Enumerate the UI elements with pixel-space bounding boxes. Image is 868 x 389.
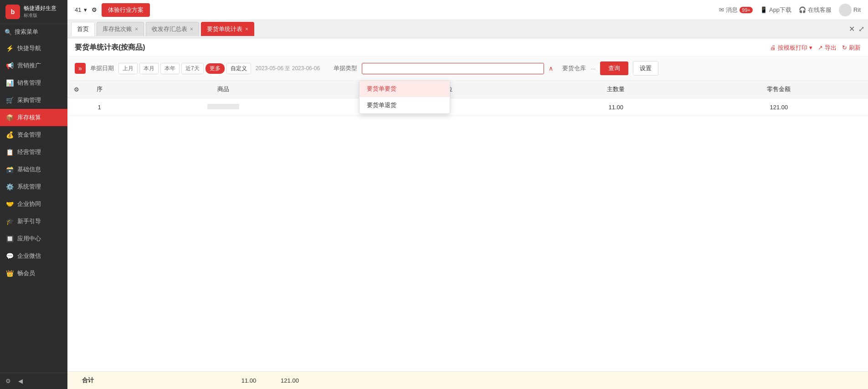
refresh-label: 刷新 (849, 44, 861, 52)
settings-icon[interactable]: ⚙ (5, 378, 11, 384)
this-month-btn[interactable]: 本月 (139, 63, 159, 74)
dropdown-option-1[interactable]: 要货单退货 (360, 97, 450, 113)
tab-inventory-batch-close[interactable]: × (135, 26, 138, 32)
tab-inventory-batch[interactable]: 库存批次账 × (97, 22, 144, 36)
last-7-days-btn[interactable]: 近7天 (181, 63, 204, 74)
sidebar-item-label-inventory: 库存核算 (17, 113, 41, 122)
sidebar-logo: b 畅捷通好生意 标准版 (0, 0, 67, 24)
sidebar-item-label-member: 畅会员 (17, 269, 35, 277)
tab-requisition-stats[interactable]: 要货单统计表 × (201, 22, 254, 36)
tab-receivable-close[interactable]: × (190, 26, 193, 32)
sidebar-item-finance[interactable]: 💰资金管理 (0, 126, 67, 143)
sidebar-item-member[interactable]: 👑畅会员 (0, 265, 67, 282)
type-input[interactable] (362, 63, 544, 74)
trial-button[interactable]: 体验行业方案 (102, 3, 150, 17)
sidebar-item-operation[interactable]: 📋经营管理 (0, 143, 67, 161)
tab-expand-btn[interactable]: ⤢ (858, 25, 864, 33)
table-area: ⚙ 序 商品 主计量单位 主数量 零售金额 1 (67, 81, 868, 371)
settings-btn[interactable]: 设置 (633, 61, 658, 76)
table-row: 1 块 11.00 121.00 (67, 98, 868, 116)
col-amount: 零售金额 (690, 81, 868, 98)
row-product-cell (113, 98, 334, 116)
msg-badge: 99+ (740, 7, 753, 13)
sidebar-item-enterprise[interactable]: 🤝企业协同 (0, 195, 67, 213)
settings-gear-icon[interactable]: ⚙ (92, 6, 97, 13)
type-dropdown-arrow[interactable]: ∧ (549, 65, 553, 72)
date-buttons: 上月 本月 本年 近7天 更多 自定义 (118, 63, 251, 74)
tab-right-actions: ✕ ⤢ (849, 25, 864, 33)
sidebar-item-marketing[interactable]: 📢营销推广 (0, 57, 67, 74)
more-dates-btn[interactable]: 更多 (205, 63, 225, 74)
finance-icon: 💰 (5, 131, 14, 139)
warehouse-label: 要货仓库 (562, 64, 586, 72)
store-dropdown-icon: ▾ (84, 6, 87, 13)
tab-requisition-stats-close[interactable]: × (245, 26, 248, 32)
collapse-icon[interactable]: ◀ (18, 378, 23, 384)
tab-home[interactable]: 首页 (71, 22, 95, 36)
col-product: 商品 (113, 81, 334, 98)
sidebar-item-label-operation: 经营管理 (17, 148, 41, 156)
app-download-btn[interactable]: 📱 App下载 (760, 6, 791, 14)
sidebar-item-system[interactable]: ⚙️系统管理 (0, 178, 67, 195)
print-dropdown-icon: ▾ (809, 44, 812, 51)
tab-close-all-btn[interactable]: ✕ (849, 25, 855, 33)
filter-toggle-btn[interactable]: » (75, 63, 86, 74)
operation-icon: 📋 (5, 148, 14, 156)
sidebar-item-basic[interactable]: 🗃️基础信息 (0, 161, 67, 178)
data-table: ⚙ 序 商品 主计量单位 主数量 零售金额 1 (67, 81, 868, 116)
main-area: 41 ▾ ⚙ 体验行业方案 ✉ 消息 99+ 📱 App下载 🎧 在线客服 R (67, 0, 868, 389)
sidebar-item-appstore[interactable]: 🔲应用中心 (0, 230, 67, 247)
export-icon: ↗ (818, 44, 823, 51)
phone-icon: 📱 (760, 6, 767, 13)
query-btn[interactable]: 查询 (600, 61, 628, 75)
sidebar-item-label-enterprise: 企业协同 (17, 200, 41, 208)
header-right: ✉ 消息 99+ 📱 App下载 🎧 在线客服 Rit (719, 4, 861, 16)
sidebar-item-quick-nav[interactable]: ⚡快捷导航 (0, 40, 67, 57)
sidebar-search[interactable]: 🔍 搜索菜单 (0, 24, 67, 40)
tab-bar: 首页 库存批次账 × 收发存汇总表 × 要货单统计表 × ✕ ⤢ (67, 20, 868, 38)
sidebar-item-purchase[interactable]: 🛒采购管理 (0, 92, 67, 109)
print-btn[interactable]: 🖨 按模板打印 ▾ (770, 44, 812, 52)
search-label: 搜索菜单 (15, 28, 38, 36)
custom-date-btn[interactable]: 自定义 (226, 63, 251, 74)
tab-receivable-label: 收发存汇总表 (152, 25, 187, 33)
this-year-btn[interactable]: 本年 (160, 63, 180, 74)
col-num: 序 (86, 81, 113, 98)
date-range: 2023-05-06 至 2023-06-06 (256, 65, 320, 72)
sidebar-bottom: ⚙ ◀ (0, 373, 67, 389)
avatar (839, 4, 852, 16)
headset-icon: 🎧 (799, 6, 806, 13)
sidebar-item-inventory[interactable]: 📦库存核算 (0, 109, 67, 126)
last-month-btn[interactable]: 上月 (118, 63, 138, 74)
refresh-btn[interactable]: ↻ 刷新 (842, 44, 861, 52)
online-service-btn[interactable]: 🎧 在线客服 (799, 6, 832, 14)
warehouse-ellipsis[interactable]: ··· (591, 65, 596, 72)
store-selector[interactable]: 41 ▾ (75, 6, 87, 13)
search-icon: 🔍 (5, 29, 12, 36)
logo-sub: 标准版 (24, 12, 56, 19)
user-avatar-btn[interactable]: Rit (839, 4, 861, 16)
tab-receivable[interactable]: 收发存汇总表 × (146, 22, 199, 36)
table-body: 1 块 11.00 121.00 (67, 98, 868, 116)
export-btn[interactable]: ↗ 导出 (818, 44, 837, 52)
sidebar-nav: ⚡快捷导航📢营销推广📊销售管理🛒采购管理📦库存核算💰资金管理📋经营管理🗃️基础信… (0, 40, 67, 373)
sidebar-item-guide[interactable]: 🎓新手引导 (0, 213, 67, 230)
header-left: 41 ▾ ⚙ 体验行业方案 (75, 3, 150, 17)
dropdown-option-0[interactable]: 要货单要货 (360, 81, 450, 97)
message-icon: ✉ (719, 6, 724, 13)
filter-bar: » 单据日期 上月 本月 本年 近7天 更多 自定义 2023-05-06 至 … (67, 56, 868, 81)
col-settings[interactable]: ⚙ (67, 81, 86, 98)
page-actions: 🖨 按模板打印 ▾ ↗ 导出 ↻ 刷新 (770, 44, 861, 52)
sidebar-item-label-finance: 资金管理 (17, 131, 41, 139)
sidebar-item-wechat[interactable]: 💬企业微信 (0, 247, 67, 265)
sidebar-item-sales[interactable]: 📊销售管理 (0, 74, 67, 92)
logo-icon: b (5, 5, 20, 19)
date-label: 单据日期 (90, 64, 114, 72)
top-header: 41 ▾ ⚙ 体验行业方案 ✉ 消息 99+ 📱 App下载 🎧 在线客服 R (67, 0, 868, 20)
row-settings-cell (67, 98, 86, 116)
store-num: 41 (75, 6, 81, 13)
sidebar-item-label-marketing: 营销推广 (17, 61, 41, 70)
page-content: 要货单统计表(按商品) 🖨 按模板打印 ▾ ↗ 导出 ↻ 刷新 » (67, 38, 868, 389)
sidebar-item-label-wechat: 企业微信 (17, 252, 41, 260)
messages-btn[interactable]: ✉ 消息 99+ (719, 6, 753, 14)
